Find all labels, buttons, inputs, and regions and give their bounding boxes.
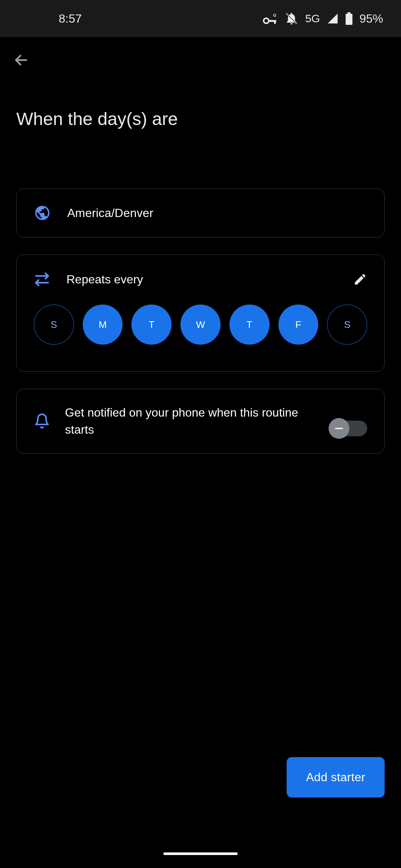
globe-icon — [34, 204, 51, 221]
battery-label: 95% — [359, 12, 383, 26]
repeat-label: Repeats every — [66, 273, 143, 286]
network-type-label: 5G — [305, 12, 320, 25]
bell-icon — [34, 413, 50, 429]
day-thursday[interactable]: T — [229, 305, 270, 345]
day-sunday[interactable]: S — [34, 305, 74, 345]
day-wednesday[interactable]: W — [180, 305, 221, 345]
status-bar: 8:57 G 5G — [0, 0, 401, 37]
battery-icon — [345, 12, 353, 25]
day-friday[interactable]: F — [278, 305, 319, 345]
dnd-silenced-icon — [284, 11, 299, 26]
repeat-icon — [34, 271, 50, 287]
edit-button[interactable] — [353, 272, 367, 286]
svg-point-1 — [264, 18, 269, 23]
svg-text:G: G — [273, 13, 277, 17]
notify-card: Get notified on your phone when this rou… — [16, 389, 385, 454]
arrow-left-icon — [13, 52, 29, 68]
status-icons: G 5G 95% — [263, 11, 383, 26]
signal-icon — [327, 13, 339, 24]
notify-label: Get notified on your phone when this rou… — [65, 404, 314, 438]
svg-rect-6 — [348, 12, 351, 14]
add-starter-button[interactable]: Add starter — [287, 757, 385, 798]
svg-rect-7 — [346, 14, 352, 25]
timezone-card[interactable]: America/Denver — [16, 188, 385, 237]
vpn-key-icon: G — [263, 13, 278, 24]
home-indicator[interactable] — [163, 852, 238, 855]
svg-rect-3 — [274, 20, 276, 24]
day-selector: S M T W T F S — [34, 287, 367, 355]
app-header — [0, 37, 401, 70]
pencil-icon — [353, 272, 367, 286]
day-monday[interactable]: M — [83, 305, 123, 345]
repeat-card: Repeats every S M T W T F S — [16, 254, 385, 372]
day-saturday[interactable]: S — [327, 305, 367, 345]
nav-bar — [0, 839, 401, 868]
back-button[interactable] — [11, 50, 31, 70]
day-tuesday[interactable]: T — [131, 305, 172, 345]
content: America/Denver Repeats every — [0, 129, 401, 454]
page-title: When the day(s) are — [0, 70, 401, 129]
timezone-value: America/Denver — [67, 206, 153, 220]
notify-toggle[interactable] — [329, 421, 367, 436]
status-time: 8:57 — [59, 12, 82, 26]
